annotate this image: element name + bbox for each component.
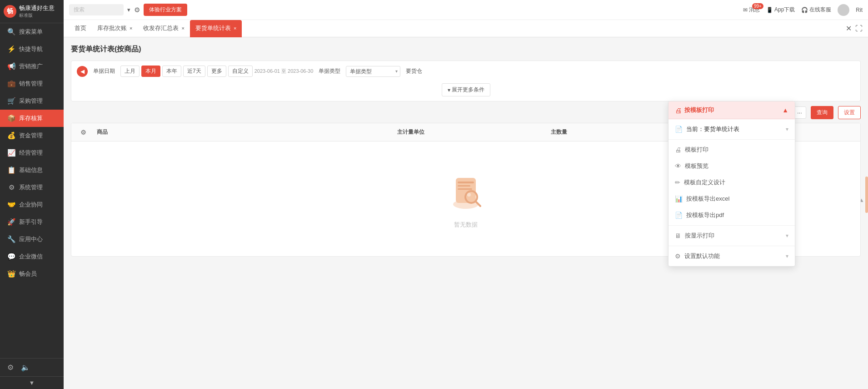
- sidebar-item-search[interactable]: 🔍 搜索菜单: [0, 23, 64, 40]
- query-btn[interactable]: 查询: [811, 106, 833, 119]
- th-unit: 主计量单位: [394, 128, 547, 136]
- sidebar-item-marketing[interactable]: 📢 营销推广: [0, 58, 64, 75]
- sidebar-item-label: 经营管理: [19, 149, 43, 157]
- dropdown-display-section: 🖥 按显示打印 ▾: [668, 226, 795, 246]
- page-title: 要货单统计表(按商品): [71, 45, 861, 54]
- table-gear-icon[interactable]: ⚙: [80, 129, 86, 136]
- sidebar-item-inventory[interactable]: 📦 库存核算: [0, 110, 64, 127]
- dropdown-current-item[interactable]: 📄 当前：要货单统计表 ▾: [668, 121, 795, 137]
- message-icon: ✉: [743, 7, 748, 13]
- tab-expand-icon[interactable]: ⛶: [855, 25, 863, 33]
- settings-arrow: ▾: [786, 253, 788, 259]
- th-unit-label: 主计量单位: [397, 129, 424, 135]
- apps-icon: 🔧: [7, 235, 15, 243]
- sidebar-item-label: 系统管理: [19, 183, 43, 192]
- app-name: 畅康通好生意: [19, 5, 55, 12]
- filter-expand-btn[interactable]: ◀: [77, 66, 88, 77]
- sidebar-item-operation[interactable]: 📈 经营管理: [0, 144, 64, 162]
- settings-btn[interactable]: 设置: [838, 106, 861, 119]
- tab-receipt-summary[interactable]: 收发存汇总表 ×: [138, 20, 190, 37]
- online-service-btn[interactable]: 🎧 在线客服: [801, 6, 831, 14]
- dropdown-current-section: 📄 当前：要货单统计表 ▾: [668, 119, 795, 140]
- right-resize-handle[interactable]: [865, 177, 868, 213]
- tab-order-stats-close[interactable]: ×: [234, 25, 236, 31]
- tab-inventory-batch-close[interactable]: ×: [130, 25, 132, 31]
- print-dropdown-icon: 🖨: [675, 106, 682, 114]
- user-name: Rit: [856, 7, 863, 13]
- date-last-month-btn[interactable]: 上月: [120, 66, 140, 77]
- sidebar-item-system[interactable]: ⚙ 系统管理: [0, 179, 64, 196]
- dropdown-item-default-settings[interactable]: ⚙ 设置默认功能 ▾: [668, 248, 795, 264]
- topbar: 搜索 ▾ ⚙ 体验行业方案 ✉ 消息 99+ 📱 App下载 🎧 在线客服 Ri…: [64, 0, 868, 20]
- sidebar-item-shortcut[interactable]: ⚡ 快捷导航: [0, 40, 64, 58]
- tab-order-stats[interactable]: 要货单统计表 ×: [190, 20, 242, 37]
- sidebar-item-member[interactable]: 👑 畅会员: [0, 265, 64, 283]
- sidebar-item-wechat[interactable]: 💬 企业微信: [0, 248, 64, 265]
- date-more-btn[interactable]: 更多: [207, 66, 226, 77]
- dropdown-item-pdf[interactable]: 📄 按模板导出pdf: [668, 207, 795, 223]
- sidebar-item-label: 基础信息: [19, 166, 43, 174]
- tab-inventory-batch[interactable]: 库存批次账 ×: [92, 20, 138, 37]
- basic-icon: 📋: [7, 166, 15, 174]
- sidebar-item-guide[interactable]: 🚀 新手引导: [0, 213, 64, 231]
- expand-more-btn[interactable]: ▾ 展开更多条件: [442, 83, 490, 96]
- more-filter-label: 要货仓: [406, 67, 422, 75]
- type-select[interactable]: 单据类型: [346, 66, 400, 77]
- topbar-search-box[interactable]: 搜索: [69, 4, 124, 15]
- default-settings-icon: ⚙: [675, 253, 681, 260]
- print-dropdown: 🖨 按模板打印 ▲ 📄 当前：要货单统计表 ▾ 🖨: [668, 101, 795, 267]
- svg-rect-2: [458, 182, 474, 183]
- sidebar-item-label: 营销推广: [19, 62, 43, 71]
- sidebar-item-finance[interactable]: 💰 资金管理: [0, 127, 64, 144]
- experience-btn[interactable]: 体验行业方案: [144, 4, 187, 16]
- speaker-icon[interactable]: 🔈: [21, 363, 30, 372]
- tabs-bar: 首页 库存批次账 × 收发存汇总表 × 要货单统计表 × ✕ ⛶: [64, 20, 868, 37]
- date-custom-btn[interactable]: 自定义: [228, 66, 253, 77]
- finance-icon: 💰: [7, 131, 15, 140]
- dropdown-item-design[interactable]: ✏ 模板自定义设计: [668, 174, 795, 191]
- date-filter-label: 单据日期: [93, 67, 115, 75]
- sidebar-item-label: 畅会员: [19, 270, 37, 278]
- th-gear: ⚙: [77, 129, 93, 136]
- dropdown-header: 🖨 按模板打印 ▲: [668, 101, 795, 119]
- user-avatar[interactable]: [838, 4, 849, 16]
- app-download-label: App下载: [774, 6, 795, 14]
- dropdown-item-preview[interactable]: 👁 模板预览: [668, 158, 795, 174]
- svg-rect-4: [458, 188, 472, 190]
- tab-order-stats-label: 要货单统计表: [195, 24, 231, 32]
- messages-btn[interactable]: ✉ 消息 99+: [743, 6, 760, 14]
- sidebar-item-purchase[interactable]: 🛒 采购管理: [0, 92, 64, 110]
- sidebar-item-apps[interactable]: 🔧 应用中心: [0, 231, 64, 248]
- dropdown-close-icon[interactable]: ▲: [782, 106, 788, 114]
- member-icon: 👑: [7, 270, 15, 278]
- display-print-label: 按显示打印: [685, 232, 714, 240]
- pdf-item-label: 按模板导出pdf: [686, 211, 724, 219]
- sidebar-item-basic[interactable]: 📋 基础信息: [0, 162, 64, 179]
- tab-receipt-summary-close[interactable]: ×: [181, 25, 184, 31]
- sidebar-item-enterprise[interactable]: 🤝 企业协同: [0, 196, 64, 213]
- sidebar-item-label: 采购管理: [19, 97, 43, 105]
- tab-receipt-summary-label: 收发存汇总表: [143, 24, 179, 32]
- tab-close-all-icon[interactable]: ✕: [846, 24, 852, 33]
- inventory-icon: 📦: [7, 114, 15, 122]
- dropdown-item-display-print[interactable]: 🖥 按显示打印 ▾: [668, 227, 795, 244]
- date-this-month-btn[interactable]: 本月: [141, 66, 160, 77]
- topbar-search-text: 搜索: [74, 6, 85, 13]
- settings-icon[interactable]: ⚙: [7, 363, 14, 372]
- marketing-icon: 📢: [7, 62, 15, 71]
- dropdown-item-print[interactable]: 🖨 模板打印: [668, 141, 795, 158]
- guide-icon: 🚀: [7, 218, 15, 226]
- tab-home[interactable]: 首页: [69, 20, 92, 37]
- dropdown-item-excel[interactable]: 📊 按模板导出excel: [668, 191, 795, 207]
- app-download-btn[interactable]: 📱 App下载: [766, 6, 795, 14]
- sidebar-scroll-down[interactable]: ▼: [0, 376, 64, 389]
- expand-icon: ▾: [448, 87, 450, 93]
- date-7days-btn[interactable]: 近7天: [183, 66, 205, 77]
- sidebar-item-sales[interactable]: 💼 销售管理: [0, 75, 64, 92]
- default-settings-label: 设置默认功能: [684, 252, 720, 260]
- system-icon: ⚙: [7, 183, 15, 192]
- topbar-dropdown-arrow[interactable]: ▾: [127, 6, 130, 13]
- date-this-year-btn[interactable]: 本年: [162, 66, 181, 77]
- display-print-icon: 🖥: [675, 232, 681, 239]
- topbar-gear-icon[interactable]: ⚙: [134, 6, 140, 14]
